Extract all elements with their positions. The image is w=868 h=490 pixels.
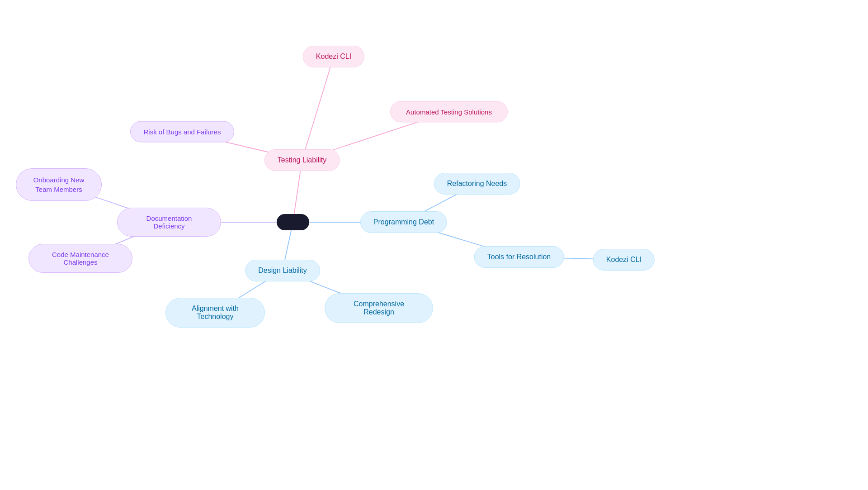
- code-maintenance-node[interactable]: Code Maintenance Challenges: [28, 244, 132, 273]
- center-node[interactable]: [277, 214, 309, 230]
- testing-liability-node[interactable]: Testing Liability: [264, 149, 340, 171]
- refactoring-needs-node[interactable]: Refactoring Needs: [434, 173, 520, 195]
- onboarding-node[interactable]: Onboarding New Team Members: [16, 168, 102, 201]
- risk-bugs-node[interactable]: Risk of Bugs and Failures: [130, 121, 234, 143]
- svg-line-1: [302, 57, 334, 160]
- programming-debt-node[interactable]: Programming Debt: [360, 211, 447, 233]
- design-liability-node[interactable]: Design Liability: [245, 260, 320, 281]
- alignment-technology-node[interactable]: Alignment with Technology: [165, 298, 265, 328]
- automated-testing-node[interactable]: Automated Testing Solutions: [390, 101, 508, 123]
- tools-resolution-node[interactable]: Tools for Resolution: [474, 246, 564, 268]
- kodezi-cli-top-node[interactable]: Kodezi CLI: [303, 46, 364, 67]
- documentation-deficiency-node[interactable]: Documentation Deficiency: [117, 208, 221, 237]
- comprehensive-redesign-node[interactable]: Comprehensive Redesign: [325, 293, 433, 323]
- kodezi-cli-right-node[interactable]: Kodezi CLI: [593, 249, 655, 271]
